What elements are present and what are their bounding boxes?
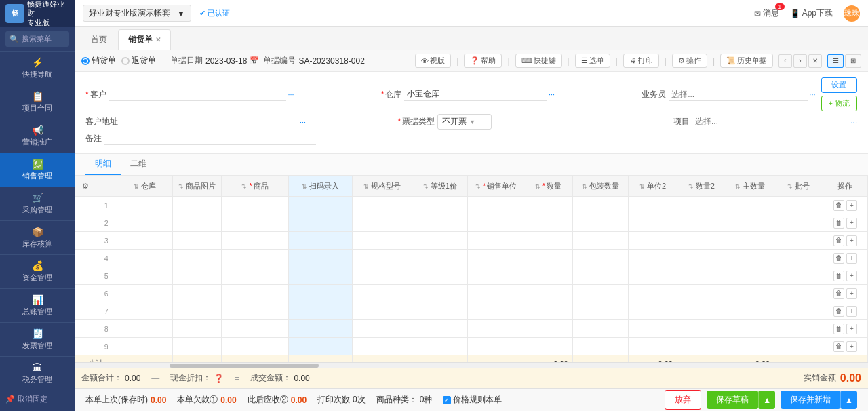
sidebar-item-capital[interactable]: 💰 资金管理 (0, 255, 75, 289)
row-price-cell[interactable] (412, 320, 468, 338)
row-add-icon[interactable]: + (846, 341, 857, 352)
row-qty2-cell[interactable] (677, 197, 726, 214)
sidebar-item-invoice[interactable]: 🧾 发票管理 (0, 323, 75, 357)
setting-button[interactable]: 设置 (821, 77, 857, 93)
th-settings[interactable]: ⚙ (75, 176, 96, 197)
th-main-qty[interactable]: ⇅ 主数量 (726, 176, 774, 197)
row-main-qty-cell[interactable] (726, 232, 774, 250)
sidebar-item-marketing[interactable]: 📢 营销推广 (0, 119, 75, 153)
row-scan-cell[interactable] (289, 320, 353, 338)
row-delete-icon[interactable]: 🗑 (833, 341, 844, 352)
row-unit-cell[interactable] (468, 214, 524, 232)
row-goods-cell[interactable] (221, 285, 288, 302)
row-scan-cell[interactable] (289, 197, 353, 214)
row-batch-cell[interactable] (774, 232, 823, 250)
row-price-cell[interactable] (412, 302, 468, 320)
row-pack-qty-cell[interactable] (572, 285, 629, 302)
row-qty-cell[interactable] (524, 338, 573, 355)
row-unit-cell[interactable] (468, 250, 524, 267)
row-qty-cell[interactable] (524, 285, 573, 302)
message-button[interactable]: ✉ 消息 1 (754, 7, 779, 19)
row-unit-cell[interactable] (468, 267, 524, 285)
save-draft-dropdown-button[interactable]: ▲ (758, 391, 775, 409)
view-list-button[interactable]: ☰ (827, 54, 844, 68)
row-image-cell[interactable] (173, 214, 222, 232)
row-qty-cell[interactable] (524, 197, 573, 214)
th-spec[interactable]: ⇅ 规格型号 (352, 176, 412, 197)
th-warehouse[interactable]: ⇅ 仓库 (117, 176, 173, 197)
address-input[interactable] (121, 115, 298, 128)
save-draft-button[interactable]: 保存草稿 (707, 391, 758, 409)
warehouse-more-button[interactable]: ··· (549, 90, 555, 98)
tab-detail[interactable]: 明细 (85, 154, 121, 175)
customer-input[interactable] (109, 88, 287, 101)
row-batch-cell[interactable] (774, 320, 823, 338)
row-main-qty-cell[interactable] (726, 250, 774, 267)
row-unit-cell[interactable] (468, 338, 524, 355)
row-image-cell[interactable] (173, 285, 222, 302)
row-pack-qty-cell[interactable] (572, 302, 629, 320)
staff-more-button[interactable]: ··· (809, 90, 815, 98)
row-unit-cell[interactable] (468, 320, 524, 338)
tab-sales[interactable]: 销货单 ✕ (118, 29, 171, 50)
tab-sales-close[interactable]: ✕ (155, 36, 161, 43)
save-new-button[interactable]: 保存并新增 (781, 391, 840, 409)
row-unit2-cell[interactable] (629, 232, 677, 250)
row-unit2-cell[interactable] (629, 338, 677, 355)
row-image-cell[interactable] (173, 267, 222, 285)
row-price-cell[interactable] (412, 197, 468, 214)
select-button[interactable]: ☰ 选单 (575, 54, 610, 68)
row-image-cell[interactable] (173, 338, 222, 355)
row-qty-cell[interactable] (524, 250, 573, 267)
sidebar-item-purchase[interactable]: 🛒 采购管理 (0, 187, 75, 221)
row-delete-icon[interactable]: 🗑 (833, 200, 844, 211)
sidebar-item-project[interactable]: 📋 项目合同 (0, 85, 75, 119)
row-scan-cell[interactable] (289, 302, 353, 320)
row-add-icon[interactable]: + (846, 306, 857, 317)
row-goods-cell[interactable] (221, 214, 288, 232)
th-scan[interactable]: ⇅ 扫码录入 (289, 176, 353, 197)
address-more-button[interactable]: ··· (300, 118, 306, 126)
row-spec-cell[interactable] (352, 338, 412, 355)
row-price-cell[interactable] (412, 250, 468, 267)
row-batch-cell[interactable] (774, 338, 823, 355)
abandon-button[interactable]: 放弃 (665, 390, 701, 410)
row-goods-cell[interactable] (221, 232, 288, 250)
search-menu-button[interactable]: 🔍 搜索菜单 (5, 31, 69, 47)
row-price-cell[interactable] (412, 232, 468, 250)
staff-input[interactable] (669, 88, 808, 101)
row-qty2-cell[interactable] (677, 232, 726, 250)
horizontal-scrollbar[interactable] (75, 362, 868, 368)
add-logistics-button[interactable]: + 物流 (821, 96, 857, 111)
calendar-icon[interactable]: 📅 (250, 56, 259, 65)
help-button[interactable]: ❓ 帮助 (464, 54, 502, 68)
row-delete-icon[interactable]: 🗑 (833, 218, 844, 229)
row-spec-cell[interactable] (352, 285, 412, 302)
operate-button[interactable]: ⚙ 操作 (672, 54, 707, 68)
row-image-cell[interactable] (173, 197, 222, 214)
tab-2d[interactable]: 二维 (121, 154, 156, 175)
th-qty[interactable]: ⇅ 数量 (524, 176, 573, 197)
row-add-icon[interactable]: + (846, 288, 857, 299)
tab-home[interactable]: 首页 (81, 30, 117, 50)
row-unit2-cell[interactable] (629, 197, 677, 214)
row-goods-cell[interactable] (221, 338, 288, 355)
row-warehouse-cell[interactable] (117, 232, 173, 250)
row-add-icon[interactable]: + (846, 271, 857, 281)
sidebar-item-account[interactable]: 📊 总账管理 (0, 289, 75, 323)
row-main-qty-cell[interactable] (726, 320, 774, 338)
row-price-cell[interactable] (412, 338, 468, 355)
row-image-cell[interactable] (173, 232, 222, 250)
app-download-button[interactable]: 📱 App下载 (790, 7, 833, 19)
row-delete-icon[interactable]: 🗑 (833, 324, 844, 334)
row-spec-cell[interactable] (352, 214, 412, 232)
row-warehouse-cell[interactable] (117, 338, 173, 355)
row-spec-cell[interactable] (352, 302, 412, 320)
cancel-fixed-button[interactable]: 📌 取消固定 (4, 391, 71, 407)
row-add-icon[interactable]: + (846, 235, 857, 246)
row-main-qty-cell[interactable] (726, 285, 774, 302)
row-price-cell[interactable] (412, 285, 468, 302)
row-main-qty-cell[interactable] (726, 338, 774, 355)
row-unit2-cell[interactable] (629, 285, 677, 302)
nav-next-button[interactable]: › (793, 54, 807, 68)
